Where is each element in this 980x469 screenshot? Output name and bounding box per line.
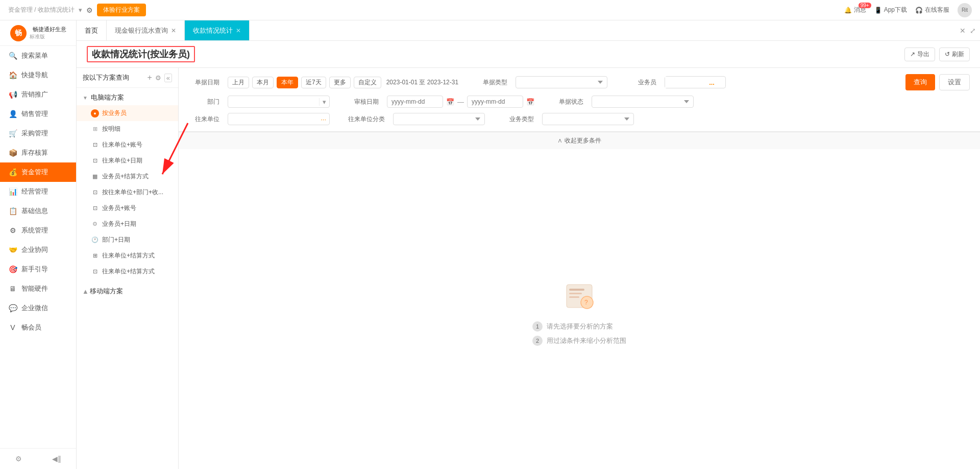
app-download[interactable]: 📱 App下载	[874, 6, 907, 14]
tab-home[interactable]: 首页	[77, 20, 107, 40]
salesperson-input[interactable]	[665, 77, 706, 88]
tab-bank-close[interactable]: ✕	[171, 27, 176, 34]
unit-input[interactable]	[228, 113, 317, 125]
audit-date-end[interactable]	[467, 96, 523, 108]
export-icon: ↗	[910, 51, 915, 58]
audit-date-start[interactable]	[387, 96, 443, 108]
tab-collection-close[interactable]: ✕	[236, 27, 241, 34]
date-separator: —	[457, 98, 464, 106]
unit-more-btn[interactable]: ···	[317, 115, 329, 123]
sidebar-item-smart-hw[interactable]: 🖥 智能硬件	[0, 279, 76, 298]
sidebar-item-marketing[interactable]: 📢 营销推广	[0, 85, 76, 104]
calendar-start-icon[interactable]: 📅	[446, 98, 454, 106]
date-btn-this-month[interactable]: 本月	[252, 77, 274, 88]
tab-maximize-btn[interactable]: ⤢	[970, 27, 976, 35]
collapse-bar[interactable]: ∧ 收起更多条件	[179, 132, 980, 149]
date-btn-more[interactable]: 更多	[329, 77, 351, 88]
query-item-by-salesperson[interactable]: ● 按业务员	[77, 105, 178, 121]
step-num-2: 2	[532, 336, 543, 346]
mobile-section-header[interactable]: ▶ 移动端方案	[77, 284, 178, 299]
query-item-salesperson-settle[interactable]: ▦ 业务员+结算方式	[77, 169, 178, 184]
business-type-select[interactable]	[542, 113, 634, 125]
query-button[interactable]: 查询	[905, 74, 935, 90]
sidebar-item-member[interactable]: V 畅会员	[0, 318, 76, 337]
sidebar-item-search[interactable]: 🔍 搜索菜单	[0, 46, 76, 65]
date-btn-7days[interactable]: 近7天	[301, 77, 326, 88]
salesperson-more-btn[interactable]: ...	[706, 79, 718, 86]
message-badge[interactable]: 🔔 消息 99+	[844, 6, 866, 14]
tab-collection[interactable]: 收款情况统计 ✕	[185, 20, 250, 40]
trial-button[interactable]: 体验行业方案	[97, 4, 146, 16]
refresh-button[interactable]: ↺ 刷新	[939, 48, 970, 61]
message-count: 99+	[859, 3, 871, 8]
dept-input-wrap: ▾	[228, 96, 330, 108]
voucher-type-select[interactable]	[516, 76, 607, 88]
unit-settle2-icon: ⊡	[91, 268, 99, 276]
sidebar-item-sales[interactable]: 👤 销售管理	[0, 104, 76, 124]
user-avatar[interactable]: Rit	[958, 3, 972, 17]
dropdown-icon[interactable]: ▾	[79, 6, 82, 14]
sidebar-item-label-search: 搜索菜单	[21, 51, 48, 60]
date-btn-custom[interactable]: 自定义	[354, 77, 381, 88]
query-panel-header: 按以下方案查询 + ⚙ «	[77, 68, 178, 88]
query-item-salesperson-date[interactable]: ⚙ 业务员+日期	[77, 216, 178, 232]
date-btn-this-year[interactable]: 本年	[277, 77, 298, 88]
dept-dropdown-icon[interactable]: ▾	[319, 98, 329, 106]
dept-input[interactable]	[228, 96, 319, 107]
query-item-unit-settle1[interactable]: ⊞ 往来单位+结算方式	[77, 248, 178, 264]
date-btn-last-month[interactable]: 上月	[228, 77, 249, 88]
service-icon: 🎧	[915, 7, 923, 14]
query-collapse-icon[interactable]: «	[164, 74, 172, 82]
tab-bank[interactable]: 现金银行流水查询 ✕	[107, 20, 185, 40]
empty-state: ? 1 请先选择要分析的方案 2 用过滤条件来缩小分析范围	[179, 149, 980, 469]
salesperson-settle-icon: ▦	[91, 173, 99, 181]
sidebar-item-system[interactable]: ⚙ 系统管理	[0, 221, 76, 240]
sidebar-item-quick-nav[interactable]: 🏠 快捷导航	[0, 65, 76, 85]
export-button[interactable]: ↗ 导出	[904, 48, 935, 61]
query-item-unit-date[interactable]: ⊡ 往来单位+日期	[77, 153, 178, 169]
purchase-icon: 🛒	[8, 129, 17, 138]
desktop-section-header[interactable]: ▼ 电脑端方案	[77, 90, 178, 105]
page-content: 收款情况统计(按业务员) ↗ 导出 ↺ 刷新	[77, 41, 980, 469]
sidebar-item-wechat[interactable]: 💬 企业微信	[0, 298, 76, 318]
sidebar-item-operation[interactable]: 📊 经营管理	[0, 182, 76, 201]
calendar-end-icon[interactable]: 📅	[526, 98, 534, 106]
sidebar-bottom: ⚙ ◀‖	[0, 448, 76, 469]
sidebar-item-label-smart: 智能硬件	[21, 284, 48, 293]
date-range-text: 2023-01-01 至 2023-12-31	[386, 78, 458, 87]
settings-button[interactable]: 设置	[939, 74, 970, 90]
voucher-type-label: 单据类型	[477, 78, 507, 87]
unit-classify-select[interactable]	[393, 113, 485, 125]
top-settings-icon[interactable]: ⚙	[86, 6, 93, 14]
step-2-label: 用过滤条件来缩小分析范围	[547, 336, 626, 345]
sidebar-item-base-info[interactable]: 📋 基础信息	[0, 201, 76, 221]
enterprise-icon: 🤝	[8, 245, 17, 254]
bell-icon: 🔔	[844, 7, 852, 14]
voucher-status-select[interactable]	[592, 96, 694, 108]
sidebar-item-label-base-info: 基础信息	[21, 206, 48, 216]
sidebar-item-inventory[interactable]: 📦 库存核算	[0, 143, 76, 162]
query-item-unit-settle2[interactable]: ⊡ 往来单位+结算方式	[77, 264, 178, 279]
query-item-unit-dept-collect[interactable]: ⊡ 按往来单位+部门+收...	[77, 184, 178, 200]
query-add-icon[interactable]: +	[147, 73, 152, 82]
sidebar-item-finance[interactable]: 💰 资金管理	[0, 162, 76, 182]
voucher-status-label: 单据状态	[553, 98, 583, 106]
query-item-unit-account[interactable]: ⊡ 往来单位+账号	[77, 137, 178, 153]
query-item-salesperson-account[interactable]: ⊡ 业务员+账号	[77, 200, 178, 216]
collapse-label: ∧ 收起更多条件	[557, 137, 601, 144]
online-service[interactable]: 🎧 在线客服	[915, 6, 949, 14]
query-item-by-detail[interactable]: ⊞ 按明细	[77, 121, 178, 137]
sidebar-item-guide[interactable]: 🎯 新手引导	[0, 260, 76, 279]
date-label: 单据日期	[189, 78, 219, 87]
unit-dept-icon: ⊡	[91, 189, 99, 197]
query-settings-icon[interactable]: ⚙	[155, 74, 161, 82]
sidebar-collapse-icon[interactable]: ◀‖	[48, 453, 65, 465]
desktop-section-label: 电脑端方案	[91, 93, 124, 102]
sidebar-item-enterprise[interactable]: 🤝 企业协同	[0, 240, 76, 260]
date-group: 上月 本月 本年 近7天 更多 自定义 2023-01-01 至 2023-12…	[228, 77, 458, 88]
query-item-dept-date[interactable]: 🕐 部门+日期	[77, 232, 178, 248]
sidebar-item-purchase[interactable]: 🛒 采购管理	[0, 124, 76, 143]
sidebar-settings-icon[interactable]: ⚙	[11, 453, 26, 465]
content-area: 首页 现金银行流水查询 ✕ 收款情况统计 ✕ ✕ ⤢ 收款情况统计(按业务员)	[77, 20, 980, 469]
tab-close-btn[interactable]: ✕	[960, 27, 966, 35]
